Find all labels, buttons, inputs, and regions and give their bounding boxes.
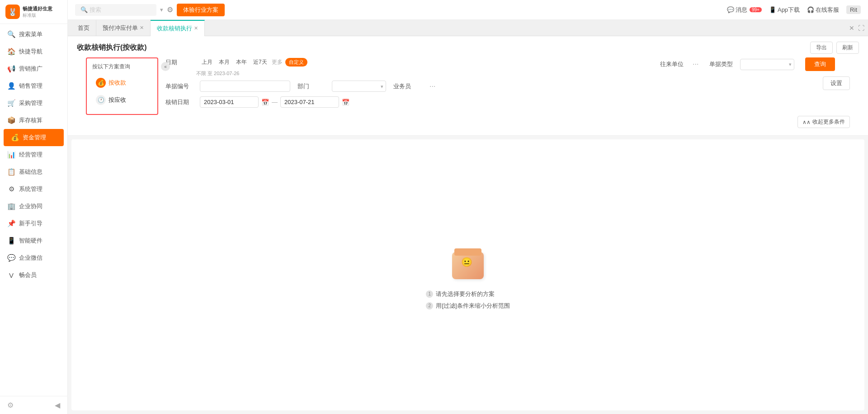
top-search-bar[interactable]: 🔍 搜索 — [75, 4, 156, 16]
tab-expand-icon[interactable]: ⛶ — [858, 24, 864, 32]
filter-row-date: 日期 上月 本月 本年 近7天 更多 自定义 — [165, 57, 653, 67]
verify-date-label: 核销日期 — [165, 98, 193, 106]
verify-date-start[interactable] — [200, 96, 259, 108]
collapse-sidebar-icon[interactable]: ◀ — [55, 401, 60, 409]
filter-panel: 按以下方案查询 💰 按收款 🕐 按应收 — [86, 57, 158, 115]
date-7days[interactable]: 近7天 — [251, 57, 269, 67]
sidebar-item-wechat[interactable]: 💬 企业微信 — [0, 249, 67, 266]
date-range-dash: — — [272, 99, 278, 105]
tab-receipt-close[interactable]: ✕ — [194, 25, 198, 31]
sidebar-item-basic[interactable]: 📋 基础信息 — [0, 163, 67, 181]
settings-btn[interactable]: 设置 — [823, 76, 850, 90]
verify-date-start-cal-icon[interactable]: 📅 — [261, 99, 269, 106]
sidebar-label-finance: 资金管理 — [23, 133, 46, 142]
logo-app-name: 畅捷通好生意 — [23, 5, 52, 12]
tab-close-all-icon[interactable]: ✕ — [849, 24, 854, 32]
top-header-right: 💬 消息 99+ 📱 App下载 🎧 在线客服 Rit — [727, 5, 861, 14]
sidebar-label-basic: 基础信息 — [19, 168, 42, 176]
sidebar-item-system[interactable]: ⚙ 系统管理 — [0, 181, 67, 198]
industry-btn[interactable]: 体验行业方案 — [177, 4, 225, 16]
header-settings-icon[interactable]: ⚙ — [167, 5, 173, 14]
message-label: 消息 — [736, 6, 747, 14]
sidebar-label-purchase: 采购管理 — [19, 99, 42, 107]
header-dropdown-icon[interactable]: ▾ — [160, 6, 163, 13]
hint-text-2: 用[过滤]条件来缩小分析范围 — [436, 300, 509, 312]
sidebar-item-business[interactable]: 📊 经营管理 — [0, 146, 67, 163]
empty-face: 😐 — [461, 257, 472, 267]
message-btn[interactable]: 💬 消息 99+ — [727, 6, 762, 14]
app-download-btn[interactable]: 📱 App下载 — [769, 6, 800, 14]
sidebar: 🐰 畅捷通好生意 标准版 🔍 搜索菜单 🏠 快捷导航 📢 营销推广 👤 销售管理… — [0, 0, 68, 414]
tab-home[interactable]: 首页 — [71, 20, 96, 36]
dept-select-wrapper — [332, 81, 386, 92]
sidebar-bottom: ⚙ ◀ — [0, 396, 67, 414]
staff-label: 业务员 — [393, 82, 420, 90]
verify-date-end-cal-icon[interactable]: 📅 — [342, 99, 349, 106]
sidebar-item-purchase[interactable]: 🛒 采购管理 — [0, 95, 67, 112]
dept-select[interactable] — [332, 81, 386, 92]
sidebar-item-quicknav[interactable]: 🏠 快捷导航 — [0, 43, 67, 60]
date-this-month[interactable]: 本月 — [217, 57, 231, 67]
filter-right: 日期 上月 本月 本年 近7天 更多 自定义 — [165, 57, 850, 130]
sidebar-item-member[interactable]: V 畅会员 — [0, 266, 67, 284]
logo-text: 畅捷通好生意 标准版 — [23, 5, 52, 19]
filter-option-by-receivable[interactable]: 🕐 按应收 — [92, 92, 152, 108]
doc-type-select[interactable] — [740, 59, 794, 70]
filter-option-by-receipt[interactable]: 💰 按收款 — [92, 75, 152, 90]
sidebar-label-member: 畅会员 — [19, 271, 37, 279]
sidebar-item-marketing[interactable]: 📢 营销推广 — [0, 60, 67, 77]
date-last-month[interactable]: 上月 — [200, 57, 214, 67]
sidebar-label-sales: 销售管理 — [19, 82, 42, 90]
export-btn[interactable]: 导出 — [810, 42, 833, 54]
tab-receipt-label: 收款核销执行 — [157, 24, 192, 33]
sidebar-label-hardware: 智能硬件 — [19, 237, 42, 245]
settings-bottom-icon[interactable]: ⚙ — [7, 401, 14, 409]
purchase-icon: 🛒 — [7, 99, 15, 107]
tab-prepay[interactable]: 预付冲应付单 ✕ — [96, 20, 151, 36]
partner-ellipsis[interactable]: ··· — [693, 60, 698, 68]
app-icon: 📱 — [769, 6, 776, 13]
service-icon: 🎧 — [807, 6, 814, 13]
verify-date-end[interactable] — [280, 96, 339, 108]
basic-icon: 📋 — [7, 168, 15, 176]
hint-item-2: 2 用[过滤]条件来缩小分析范围 — [426, 300, 509, 312]
system-icon: ⚙ — [7, 185, 15, 193]
sidebar-item-corp[interactable]: 🏢 企业协同 — [0, 198, 67, 215]
query-btn[interactable]: 查询 — [805, 57, 835, 71]
sidebar-item-finance[interactable]: 💰 资金管理 — [4, 129, 64, 146]
filter-row-verify-date: 核销日期 📅 — 📅 — [165, 96, 653, 108]
user-avatar[interactable]: Rit — [846, 5, 861, 14]
date-range-text: 不限 至 2023-07-26 — [196, 71, 239, 76]
hint-num-2: 2 — [426, 302, 433, 309]
sidebar-item-inventory[interactable]: 📦 库存核算 — [0, 112, 67, 129]
by-receipt-label: 按收款 — [108, 79, 126, 87]
service-label: 在线客服 — [816, 6, 839, 14]
business-icon: 📊 — [7, 151, 15, 159]
date-custom[interactable]: 自定义 — [285, 58, 307, 67]
inventory-icon: 📦 — [7, 116, 15, 124]
search-placeholder: 搜索 — [90, 6, 101, 14]
panel-collapse-btn[interactable]: « — [161, 62, 170, 71]
sidebar-item-hardware[interactable]: 📱 智能硬件 — [0, 232, 67, 249]
tab-bar-controls: ✕ ⛶ — [849, 24, 864, 32]
refresh-btn[interactable]: 刷新 — [836, 42, 859, 54]
service-btn[interactable]: 🎧 在线客服 — [807, 6, 839, 14]
collapse-more-btn[interactable]: ∧∧ 收起更多条件 — [797, 116, 850, 128]
sidebar-item-sales[interactable]: 👤 销售管理 — [0, 77, 67, 95]
home-icon: 🏠 — [7, 48, 15, 56]
sidebar-item-guide[interactable]: 📌 新手引导 — [0, 215, 67, 232]
tab-prepay-close[interactable]: ✕ — [140, 25, 144, 31]
sidebar-item-search[interactable]: 🔍 搜索菜单 — [0, 26, 67, 43]
tab-receipt[interactable]: 收款核销执行 ✕ — [151, 20, 205, 36]
docno-input[interactable] — [200, 81, 290, 92]
empty-state: 😐 1 请先选择要分析的方案 2 用[过滤]条件来缩小分析范围 — [71, 139, 864, 410]
wechat-icon: 💬 — [7, 254, 15, 262]
sidebar-label-marketing: 营销推广 — [19, 65, 42, 73]
sidebar-label-quicknav: 快捷导航 — [19, 48, 42, 56]
sidebar-label-wechat: 企业微信 — [19, 254, 42, 262]
date-this-year[interactable]: 本年 — [234, 57, 249, 67]
collapse-up-icon: ∧∧ — [802, 119, 811, 125]
verify-date-group: 📅 — 📅 — [200, 96, 349, 108]
staff-ellipsis[interactable]: ··· — [429, 82, 435, 90]
date-more[interactable]: 更多 — [272, 58, 283, 66]
